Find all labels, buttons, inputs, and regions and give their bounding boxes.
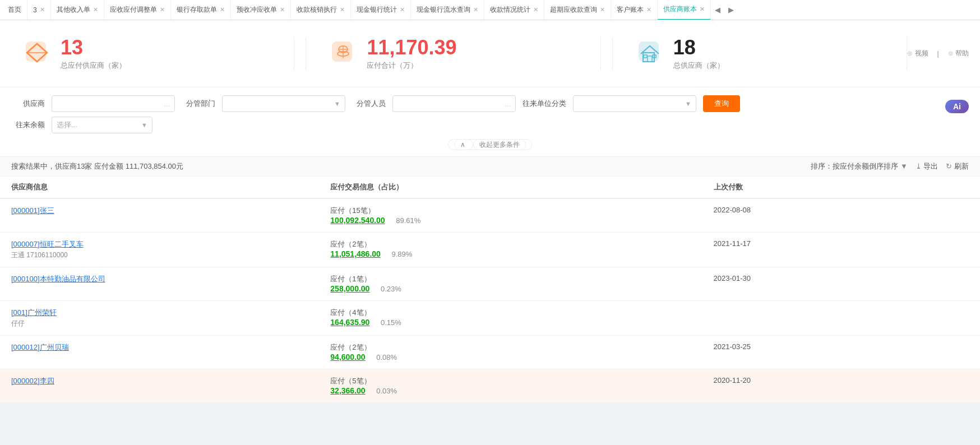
table-row: [000100]本特勤油品有限公司 应付（1笔） 258,000.00 0.23…	[0, 267, 980, 301]
chevron-down-icon: ▼	[141, 122, 147, 128]
lastpay-cell: 2021-11-17	[714, 239, 969, 248]
store-icon	[635, 38, 664, 69]
nav-next-arrow[interactable]: ▶	[724, 0, 738, 20]
nav-tab-collection[interactable]: 收款核销执行 ✕	[291, 0, 351, 20]
col-header-supplier: 供应商信息	[11, 182, 330, 192]
ai-badge[interactable]: Ai	[945, 100, 969, 113]
lastpay-cell: 2020-11-20	[714, 376, 969, 384]
query-button[interactable]: 查询	[703, 95, 740, 112]
divider	[612, 37, 613, 71]
trans-label: 应付（15笔）	[330, 206, 713, 216]
export-button[interactable]: ⤓ 导出	[916, 161, 939, 171]
chevron-down-icon: ▼	[334, 100, 340, 107]
close-icon[interactable]: ✕	[280, 6, 285, 13]
close-icon[interactable]: ✕	[646, 6, 651, 13]
trans-amount-row: 32,366.00 0.03%	[330, 386, 713, 395]
nav-tab-collection-stats[interactable]: 收款情况统计 ✕	[484, 0, 544, 20]
supplier-link[interactable]: [000100]本特勤油品有限公司	[11, 275, 105, 283]
supplier-link[interactable]: [000007]恒旺二手叉车	[11, 240, 84, 248]
collapse-bar[interactable]: ∧ 收起更多条件	[11, 138, 969, 151]
nav-tab-other-income[interactable]: 其他收入单 ✕	[51, 0, 104, 20]
close-icon[interactable]: ✕	[220, 6, 225, 13]
supplier-link[interactable]: [000001]张三	[11, 206, 54, 215]
nav-prev-arrow[interactable]: ◀	[711, 0, 724, 20]
diamond-icon	[22, 38, 52, 69]
lastpay-cell: 2021-03-25	[714, 342, 969, 351]
person-input[interactable]: ...	[392, 95, 516, 112]
supplier-link[interactable]: [000002]李四	[11, 377, 54, 385]
trans-amount[interactable]: 100,092,540.00	[330, 216, 385, 225]
last-pay-date: 2022-08-08	[714, 206, 751, 214]
nav-tab-cash-flow[interactable]: 现金银行流水查询 ✕	[411, 0, 484, 20]
nav-tab-overdue[interactable]: 超期应收款查询 ✕	[544, 0, 611, 20]
lastpay-cell: 2022-08-08	[714, 206, 969, 214]
close-icon[interactable]: ✕	[160, 6, 165, 13]
trans-pct: 89.61%	[396, 216, 420, 225]
nav-tab-bank[interactable]: 银行存取款单 ✕	[171, 0, 231, 20]
refresh-button[interactable]: ↻ 刷新	[946, 161, 969, 171]
nav-tab-3[interactable]: 3 ✕	[27, 0, 51, 20]
trans-pct: 0.15%	[381, 318, 401, 327]
trans-amount[interactable]: 11,051,486.00	[330, 249, 381, 258]
last-pay-date: 2020-11-20	[714, 376, 751, 384]
sort-down-icon[interactable]: ▼	[900, 162, 908, 170]
trans-amount-row: 258,000.00 0.23%	[330, 284, 713, 293]
trans-pct: 0.03%	[376, 387, 397, 395]
balance-select[interactable]: 选择... ▼	[52, 117, 152, 133]
close-icon[interactable]: ✕	[473, 6, 478, 13]
table-row: [000001]张三 应付（15笔） 100,092,540.00 89.61%…	[0, 199, 980, 233]
nav-tab-home[interactable]: 首页	[2, 0, 27, 20]
supplier-cell: [001]广州荣轩 仔仔	[11, 308, 330, 328]
nav-tab-advance[interactable]: 预收冲应收单 ✕	[231, 0, 291, 20]
divider	[306, 37, 306, 71]
filter-area: 供应商 ... 分管部门 ▼ 分管人员 ... 往来单位分类 ▼ 查询 往来余额…	[0, 87, 980, 157]
dept-select[interactable]: ▼	[222, 95, 345, 112]
table-header: 供应商信息 应付交易信息（占比） 上次付数	[0, 177, 980, 199]
supplier-cell: [000001]张三	[11, 206, 330, 216]
trans-amount-row: 100,092,540.00 89.61%	[330, 216, 713, 225]
filter-row-1: 供应商 ... 分管部门 ▼ 分管人员 ... 往来单位分类 ▼ 查询	[11, 95, 969, 112]
nav-tab-customer-ledger[interactable]: 客户账本 ✕	[611, 0, 658, 20]
header-stats: 13 总应付供应商（家） 11,170.39 应付合计（万）	[0, 20, 980, 87]
close-icon[interactable]: ✕	[400, 6, 405, 13]
close-icon[interactable]: ✕	[600, 6, 605, 13]
trans-label: 应付（5笔）	[330, 376, 713, 386]
table: 供应商信息 应付交易信息（占比） 上次付数 [000001]张三 应付（15笔）…	[0, 177, 980, 403]
supplier-link[interactable]: [000012]广州贝瑞	[11, 343, 69, 351]
supplier-sub: 仔仔	[11, 319, 330, 328]
close-icon[interactable]: ✕	[93, 6, 98, 13]
close-icon[interactable]: ✕	[340, 6, 345, 13]
person-label: 分管人员	[352, 99, 386, 109]
trans-amount-row: 11,051,486.00 9.89%	[330, 249, 713, 258]
trans-amount[interactable]: 32,366.00	[330, 386, 365, 395]
trans-amount-row: 164,635.90 0.15%	[330, 318, 713, 327]
close-icon[interactable]: ✕	[700, 6, 705, 13]
result-actions: 排序：按应付余额倒序排序 ▼ ⤓ 导出 ↻ 刷新	[811, 161, 969, 171]
header-actions: ⊙ 视频 | ⊙ 帮助	[907, 49, 969, 58]
category-select[interactable]: ▼	[573, 95, 696, 112]
trans-amount[interactable]: 94,600.00	[330, 353, 365, 361]
nav-tab-adjustment[interactable]: 应收应付调整单 ✕	[104, 0, 171, 20]
trans-label: 应付（2笔）	[330, 342, 713, 353]
transaction-cell: 应付（2笔） 11,051,486.00 9.89%	[330, 239, 713, 258]
supplier-label: 供应商	[11, 99, 45, 109]
close-icon[interactable]: ✕	[40, 6, 45, 13]
supplier-input[interactable]: ...	[52, 95, 175, 112]
supplier-link[interactable]: [001]广州荣轩	[11, 308, 57, 317]
transaction-cell: 应付（1笔） 258,000.00 0.23%	[330, 274, 713, 293]
nav-tab-cash-stats[interactable]: 现金银行统计 ✕	[351, 0, 411, 20]
chevron-down-icon: ▼	[685, 100, 691, 107]
transaction-cell: 应付（2笔） 94,600.00 0.08%	[330, 342, 713, 361]
transaction-cell: 应付（5笔） 32,366.00 0.03%	[330, 376, 713, 395]
trans-label: 应付（1笔）	[330, 274, 713, 284]
trans-pct: 9.89%	[391, 250, 412, 258]
video-link[interactable]: ⊙ 视频	[907, 49, 928, 58]
trans-amount[interactable]: 258,000.00	[330, 284, 369, 293]
col-header-transaction: 应付交易信息（占比）	[330, 182, 713, 192]
help-link[interactable]: ⊙ 帮助	[948, 49, 969, 58]
supplier-cell: [000002]李四	[11, 376, 330, 386]
trans-amount[interactable]: 164,635.90	[330, 318, 369, 327]
supplier-cell: [000007]恒旺二手叉车 王通 17106110000	[11, 239, 330, 260]
nav-tab-supplier-ledger[interactable]: 供应商账本 ✕	[658, 0, 711, 20]
close-icon[interactable]: ✕	[533, 6, 538, 13]
